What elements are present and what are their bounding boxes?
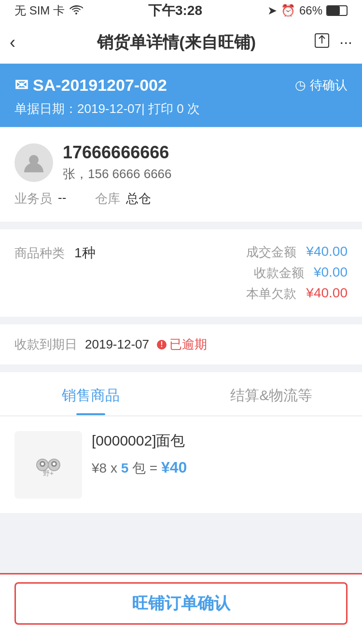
tab-settlement[interactable]: 结算&物流等 [181,372,362,415]
tab-products[interactable]: 销售商品 [0,372,181,415]
received-row: 收款金额 ¥0.00 [254,265,348,281]
product-section: 野+ [0000002]面包 ¥8 x 5 包 = ¥40 [0,417,362,513]
product-thumbnail: 野+ [14,431,82,499]
salesman-value: -- [58,190,66,207]
product-info: [0000002]面包 ¥8 x 5 包 = ¥40 [92,431,348,477]
customer-meta: 业务员 -- 仓库 总仓 [14,190,348,207]
amount-value: ¥40.00 [306,244,348,261]
page-title: 销货单详情(来自旺铺) [39,31,314,54]
bottom-bar: 旺铺订单确认 [0,573,362,644]
summary-section: 商品种类 1种 成交金额 ¥40.00 收款金额 ¥0.00 本单欠款 ¥40.… [0,229,362,317]
debt-row: 本单欠款 ¥40.00 [246,285,348,302]
warehouse-label: 仓库 [95,190,120,207]
due-label: 收款到期日 [14,336,77,353]
wifi-icon [70,4,83,17]
quantity: 5 [121,461,129,476]
summary-left: 商品种类 1种 [14,244,96,262]
debt-label: 本单欠款 [246,285,296,302]
customer-phone: 17666666666 [63,142,172,163]
status-time: 下午3:28 [148,1,202,20]
due-date-value: 2019-12-07 [85,337,149,352]
order-id: ✉ SA-20191207-002 [14,75,167,95]
amount-label: 成交金额 [246,244,296,261]
salesman-label: 业务员 [14,190,52,207]
order-header: ✉ SA-20191207-002 ◷ 待确认 单据日期：2019-12-07|… [0,64,362,127]
svg-point-7 [41,462,44,465]
carrier-text: 无 SIM 卡 [14,3,65,18]
order-status: ◷ 待确认 [295,77,348,94]
order-icon: ✉ [14,75,28,95]
product-row: 野+ [0000002]面包 ¥8 x 5 包 = ¥40 [14,431,348,499]
debt-value: ¥40.00 [306,285,348,302]
type-value: 1种 [74,244,96,262]
type-label: 商品种类 [14,245,65,262]
summary-right: 成交金额 ¥40.00 收款金额 ¥0.00 本单欠款 ¥40.00 [246,244,348,302]
more-button[interactable]: ··· [339,33,352,51]
location-icon: ➤ [267,4,277,17]
warehouse-value: 总仓 [126,190,151,207]
svg-point-8 [53,462,56,465]
unit-price: ¥8 [92,461,107,476]
back-button[interactable]: ‹ [10,32,39,53]
alarm-icon: ⏰ [281,4,295,17]
status-right: ➤ ⏰ 66% [267,4,348,17]
warehouse-item: 仓库 总仓 [95,190,151,207]
order-date: 单据日期：2019-12-07| 打印 0 次 [14,100,348,117]
product-name: [0000002]面包 [92,431,348,451]
received-label: 收款金额 [254,265,304,281]
confirm-button[interactable]: 旺铺订单确认 [14,582,348,625]
battery-percent: 66% [299,4,322,17]
clock-icon: ◷ [295,78,306,93]
nav-actions: ··· [314,33,352,52]
due-date-section: 收款到期日 2019-12-07 ! 已逾期 [0,324,362,364]
customer-info: 17666666666 张，156 6666 6666 [63,142,172,182]
customer-name: 张，156 6666 6666 [63,166,172,182]
total-price: ¥40 [161,459,187,476]
avatar [14,143,53,182]
overdue-text: 已逾期 [169,336,207,353]
svg-text:野+: 野+ [43,469,54,477]
overdue-icon: ! [157,340,167,350]
salesman-item: 业务员 -- [14,190,66,207]
amount-row: 成交金额 ¥40.00 [246,244,348,261]
battery-icon [326,5,348,16]
unit: 包 [132,461,146,476]
status-bar: 无 SIM 卡 下午3:28 ➤ ⏰ 66% [0,0,362,21]
share-button[interactable] [314,33,330,52]
overdue-badge: ! 已逾期 [157,336,207,353]
tabs-section: 销售商品 结算&物流等 [0,372,362,416]
received-value: ¥0.00 [314,265,348,281]
status-left: 无 SIM 卡 [14,3,83,18]
customer-section: 17666666666 张，156 6666 6666 业务员 -- 仓库 总仓 [0,128,362,222]
product-price-row: ¥8 x 5 包 = ¥40 [92,459,348,477]
customer-row: 17666666666 张，156 6666 6666 [14,142,348,182]
tabs-header: 销售商品 结算&物流等 [0,372,362,416]
nav-bar: ‹ 销货单详情(来自旺铺) ··· [0,21,362,64]
